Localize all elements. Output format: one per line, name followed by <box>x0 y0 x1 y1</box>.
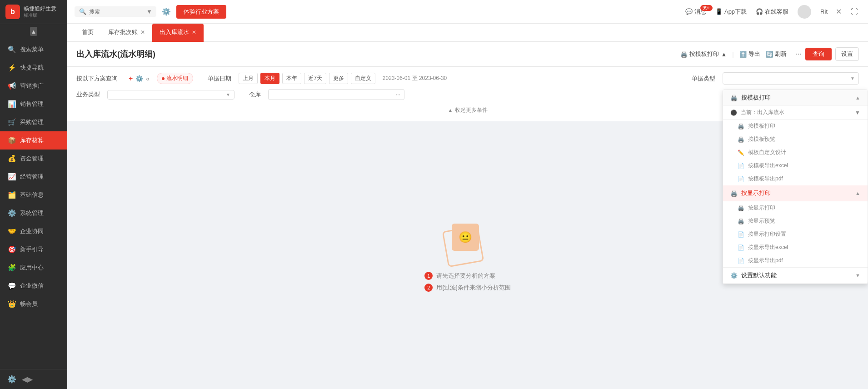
tab-flow-close[interactable]: ✕ <box>192 29 196 35</box>
sidebar-scroll-up[interactable]: ▲ <box>30 27 37 36</box>
messages-button[interactable]: 💬 消息 99+ <box>685 8 706 16</box>
tab-flow[interactable]: 出入库流水 ✕ <box>152 24 204 42</box>
page-title: 出入库流水(流水明细) <box>76 49 155 60</box>
phone-icon: 📱 <box>715 8 723 15</box>
user-avatar[interactable] <box>798 5 811 19</box>
display-settings-icon: 📄 <box>738 231 744 238</box>
doc-type-select[interactable]: ▼ <box>723 72 859 85</box>
template-pdf-icon: 📄 <box>738 176 744 182</box>
dropdown-item-display-settings[interactable]: 📄 按显示打印设置 <box>723 228 868 241</box>
date-more[interactable]: 更多 <box>329 73 348 84</box>
sidebar-item-inventory[interactable]: 📦 库存核算 <box>0 131 67 150</box>
settings-query-button[interactable]: 设置 <box>835 47 859 61</box>
date-this-month[interactable]: 本月 <box>260 73 279 84</box>
purchase-icon: 🛒 <box>7 118 16 127</box>
dropdown-item-template-excel[interactable]: 📄 按模板导出excel <box>723 159 868 172</box>
tab-home[interactable]: 首页 <box>75 24 101 42</box>
empty-step-2: 2 用[过滤]条件来缩小分析范围 <box>424 284 510 292</box>
date-last-month[interactable]: 上月 <box>239 73 258 84</box>
filter-add-button[interactable]: + <box>129 75 133 83</box>
filter-actions: + ⚙️ « <box>129 75 150 83</box>
date-7days[interactable]: 近7天 <box>304 73 326 84</box>
headset-icon: 🎧 <box>756 8 763 15</box>
page-header: 出入库流水(流水明细) 🖨️ 按模板打印 ▲ | ⬆️ 导出 🔄 刷新 ··· <box>67 42 868 67</box>
dropdown-item-default-func[interactable]: ⚙️ 设置默认功能 ▼ <box>723 267 868 284</box>
current-dot-icon: ⚫ <box>730 110 737 116</box>
member-icon: 👑 <box>7 299 16 309</box>
sidebar-item-search[interactable]: 🔍 搜索菜单 <box>0 40 67 59</box>
message-icon: 💬 <box>685 8 693 15</box>
sidebar-item-sales[interactable]: 📊 销售管理 <box>0 95 67 113</box>
page-actions: 🖨️ 按模板打印 ▲ | ⬆️ 导出 🔄 刷新 ··· 查询 设置 <box>680 47 859 61</box>
trial-industry-button[interactable]: 体验行业方案 <box>176 5 226 19</box>
empty-steps: 1 请先选择要分析的方案 2 用[过滤]条件来缩小分析范围 <box>424 272 510 292</box>
dropdown-item-display-preview[interactable]: 🖨️ 按显示预览 <box>723 214 868 228</box>
filter-collapse-button[interactable]: « <box>146 75 150 82</box>
dropdown-item-template-pdf[interactable]: 📄 按模板导出pdf <box>723 172 868 185</box>
tabs-bar: 首页 库存批次账 ✕ 出入库流水 ✕ <box>67 24 868 42</box>
sidebar-item-purchase[interactable]: 🛒 采购管理 <box>0 113 67 131</box>
search-input[interactable] <box>89 9 144 15</box>
dropdown-header-arrow[interactable]: ▲ <box>855 95 860 100</box>
shortcut-icon: ⚡ <box>7 63 16 72</box>
dropdown-item-display-print[interactable]: 🖨️ 按显示打印 <box>723 201 868 214</box>
collapse-chevron-icon: ▲ <box>448 107 453 114</box>
dropdown-item-template-preview[interactable]: 🖨️ 按模板预览 <box>723 133 868 146</box>
business-type-label: 业务类型 <box>76 90 100 99</box>
search-box[interactable]: 🔍 ▼ <box>75 6 156 17</box>
search-dropdown-icon[interactable]: ▼ <box>146 8 152 15</box>
more-options-button[interactable]: ··· <box>796 50 802 58</box>
business-type-select[interactable]: ▼ <box>107 90 234 100</box>
sidebar-logo: b 畅捷通好生意 标准版 <box>0 0 67 24</box>
query-button[interactable]: 查询 <box>805 48 832 60</box>
print-template-button[interactable]: 🖨️ 按模板打印 ▲ <box>680 50 727 58</box>
filter-row-1: 按以下方案查询 + ⚙️ « 流水明细 单据日期 上月 本月 本年 近7天 更多 <box>76 72 859 85</box>
sidebar-item-operations[interactable]: 📈 经营管理 <box>0 168 67 186</box>
sidebar-item-marketing[interactable]: 📢 营销推广 <box>0 77 67 95</box>
sidebar-item-guide[interactable]: 🎯 新手引导 <box>0 240 67 259</box>
sidebar-item-apps[interactable]: 🧩 应用中心 <box>0 259 67 277</box>
tab-batch-close[interactable]: ✕ <box>140 29 145 35</box>
template-custom-icon: ✏️ <box>738 150 744 156</box>
app-download-button[interactable]: 📱 App下载 <box>715 8 747 16</box>
collapse-icon[interactable]: ◀▶ <box>22 375 33 384</box>
tab-batch[interactable]: 库存批次账 ✕ <box>101 24 152 42</box>
tab-batch-label: 库存批次账 <box>108 28 138 36</box>
date-this-year[interactable]: 本年 <box>282 73 301 84</box>
sidebar-item-system[interactable]: ⚙️ 系统管理 <box>0 204 67 222</box>
date-custom[interactable]: 自定义 <box>351 73 375 84</box>
sidebar-item-wechat[interactable]: 💬 企业微信 <box>0 277 67 295</box>
sidebar-item-member[interactable]: 👑 畅会员 <box>0 295 67 313</box>
dropdown-item-template-custom[interactable]: ✏️ 模板自定义设计 <box>723 146 868 159</box>
dropdown-item-display-excel[interactable]: 📄 按显示导出excel <box>723 241 868 254</box>
sidebar: b 畅捷通好生意 标准版 ▲ 🔍 搜索菜单 ⚡ 快捷导航 📢 营销推广 📊 销售… <box>0 0 67 389</box>
sidebar-item-shortcut[interactable]: ⚡ 快捷导航 <box>0 59 67 77</box>
step-1-num: 1 <box>424 272 433 280</box>
sidebar-item-basic[interactable]: 🗂️ 基础信息 <box>0 186 67 204</box>
username-label[interactable]: Rit <box>820 8 828 15</box>
default-func-icon: ⚙️ <box>730 272 738 279</box>
refresh-button[interactable]: 🔄 刷新 <box>766 50 787 58</box>
settings-gear-icon[interactable]: ⚙️ <box>162 7 171 16</box>
collapse-more-button[interactable]: ▲ 收起更多条件 <box>448 106 488 114</box>
warehouse-select[interactable]: ··· <box>268 89 404 100</box>
filter-settings-button[interactable]: ⚙️ <box>135 75 143 82</box>
filter-chip[interactable]: 流水明细 <box>157 73 193 84</box>
export-button[interactable]: ⬆️ 导出 <box>739 50 760 58</box>
message-badge: 99+ <box>700 5 713 11</box>
maximize-window-icon[interactable]: ⛶ <box>848 7 861 17</box>
online-service-button[interactable]: 🎧 在线客服 <box>756 8 788 16</box>
sidebar-item-finance[interactable]: 💰 资金管理 <box>0 150 67 168</box>
close-window-icon[interactable]: ✕ <box>833 6 844 17</box>
sidebar-item-collab[interactable]: 🤝 企业协同 <box>0 222 67 240</box>
guide-icon: 🎯 <box>7 245 16 254</box>
display-section-arrow[interactable]: ▲ <box>855 190 860 196</box>
sidebar-label-system: 系统管理 <box>20 209 44 217</box>
app-logo-icon: b <box>5 5 20 19</box>
dropdown-display-section[interactable]: 🖨️ 按显示打印 ▲ <box>723 185 868 201</box>
dropdown-item-display-pdf[interactable]: 📄 按显示导出pdf <box>723 254 868 267</box>
dropdown-item-template-print[interactable]: 🖨️ 按模板打印 <box>723 120 868 133</box>
settings-icon[interactable]: ⚙️ <box>7 375 16 384</box>
apps-icon: 🧩 <box>7 263 16 272</box>
sidebar-label-guide: 新手引导 <box>20 245 44 254</box>
